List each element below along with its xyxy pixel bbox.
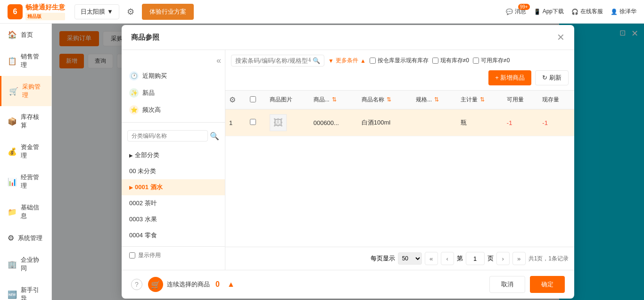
sidebar-item-system[interactable]: ⚙ 系统管理 [0,227,51,249]
message-icon: 💬 [506,8,513,15]
col-code[interactable]: 商品... ⇅ [310,91,358,109]
show-disabled-toggle[interactable]: 显示停用 [122,246,225,264]
next-page-btn[interactable]: › [496,252,510,265]
refresh-btn[interactable]: ↻ 刷新 [535,70,569,85]
category-list: ▶ 全部分类 00 未分类 ▶ 0001 酒水 0002 茶 [122,145,225,246]
purchase-icon: 🛒 [9,87,18,96]
app-download-btn[interactable]: 📱 App下载 [534,8,564,16]
current-stock-checkbox[interactable] [432,58,438,64]
cart-icon[interactable]: 🛒 [148,277,163,292]
sidebar-label-enterprise: 企业协同 [21,256,44,273]
online-service-btn[interactable]: 🎧 在线客服 [571,8,603,16]
collapse-left-btn[interactable]: « [216,56,221,66]
checkbox-available-stock[interactable]: 可用库存≠0 [473,57,510,65]
sidebar-item-finance[interactable]: 💰 资金管理 [0,136,51,167]
product-search-input[interactable] [235,57,311,64]
col-spec[interactable]: 规格... ⇅ [412,91,457,109]
cart-collapse-icon[interactable]: ▲ [227,280,235,289]
cart-area: 🛒 连续选择的商品 0 ▲ [148,277,235,292]
category-0001[interactable]: ▶ 0001 酒水 [122,179,225,195]
sidebar-item-sales[interactable]: 📋 销售管理 [0,46,51,76]
messages-btn[interactable]: 💬 消息 99+ [506,8,526,16]
checkbox-current-stock[interactable]: 现有库存≠0 [432,57,469,65]
user-menu[interactable]: 👤 徐泽华 [611,8,636,16]
modal-footer: ? 🛒 连续选择的商品 0 ▲ 取消 确定 [122,270,574,299]
basic-icon: 📁 [8,208,17,217]
checkbox-warehouse-stock[interactable]: 按仓库显示现有库存 [370,57,429,65]
star-icon: ⭐ [129,105,139,115]
modal-overlay: 商品参照 ✕ « 🕐 近期购买 [52,24,644,300]
modal-body: « 🕐 近期购买 ✨ 新品 ⭐ [122,50,574,270]
name-sort-icon: ⇅ [387,96,391,103]
table-header: ⚙ 商品图片 商品... ⇅ [225,91,574,109]
filter-funnel-icon: ▼ [328,58,334,64]
category-0004[interactable]: 0004 零食 [122,227,225,243]
modal-right-panel: 🔍 ▼ 更多条件 ▲ 按仓库显示现有库存 [225,50,574,270]
show-disabled-checkbox[interactable] [129,252,135,258]
sidebar-label-operation: 经营管理 [21,173,44,190]
sidebar-item-basic[interactable]: 📁 基础信息 [0,197,51,227]
col-checkbox [246,91,266,109]
clock-icon: 🕐 [129,71,139,81]
page-number-input[interactable] [466,252,485,265]
help-btn[interactable]: ? [131,279,142,290]
settings-icon[interactable]: ⚙ [123,4,138,19]
col-name[interactable]: 商品名称 ⇅ [358,91,412,109]
new-icon: ✨ [129,88,139,98]
cell-num: 1 [225,109,246,136]
col-settings: ⚙ [225,91,246,109]
col-stock: 现存量 [538,91,574,109]
modal-close-btn[interactable]: ✕ [557,32,565,43]
sidebar-label-finance: 资金管理 [21,143,44,160]
confirm-btn[interactable]: 确定 [530,276,565,293]
prev-page-btn[interactable]: ‹ [441,252,454,265]
finance-icon: 💰 [8,147,17,156]
category-search-btn[interactable]: 🔍 [210,132,219,141]
sidebar-label-home: 首页 [21,31,33,39]
sidebar-label-system: 系统管理 [18,234,42,242]
cell-check[interactable] [246,109,266,136]
category-all[interactable]: ▶ 全部分类 [122,147,225,163]
experience-btn[interactable]: 体验行业方案 [142,4,194,20]
sidebar-item-enterprise[interactable]: 🏢 企业协同 [0,249,51,279]
product-image: 🖼 [270,114,287,131]
nav-frequent-label: 频次高 [142,106,161,114]
category-00[interactable]: 00 未分类 [122,163,225,179]
first-page-btn[interactable]: « [425,252,438,265]
nav-recent-purchase[interactable]: 🕐 近期购买 [122,67,225,84]
dropdown-label: 日太阳膜 [81,8,105,16]
dropdown-branch[interactable]: 日太阳膜 ▼ [74,4,119,19]
dropdown-arrow-icon: ▼ [107,8,113,15]
more-filter-btn[interactable]: ▼ 更多条件 ▲ [328,57,366,65]
col-available: 可用量 [503,91,539,109]
product-search-box[interactable]: 🔍 [231,55,324,67]
sidebar-item-inventory[interactable]: 📦 库存核算 [0,106,51,136]
row-checkbox[interactable] [250,119,256,125]
messages-badge: 99+ [518,4,530,10]
add-product-btn[interactable]: + 新增商品 [488,70,531,85]
nav-new-products[interactable]: ✨ 新品 [122,84,225,101]
sidebar-item-purchase[interactable]: 🛒 采购管理 [0,76,51,106]
topbar: 6 畅捷通好生意 精品版 日太阳膜 ▼ ⚙ 体验行业方案 💬 消息 99+ 📱 … [0,0,644,24]
nav-frequent[interactable]: ⭐ 频次高 [122,101,225,118]
guide-icon: 🆕 [8,290,17,299]
sidebar-item-guide[interactable]: 🆕 新手引导 [0,279,51,300]
category-search-input[interactable] [127,130,208,142]
cell-img: 🖼 [266,109,310,136]
cancel-btn[interactable]: 取消 [489,276,525,293]
last-page-btn[interactable]: » [512,252,526,265]
column-settings-icon[interactable]: ⚙ [229,96,236,104]
per-page-select[interactable]: 50 20 100 [398,252,422,265]
category-0003[interactable]: 0003 水果 [122,211,225,227]
product-search-icon[interactable]: 🔍 [313,57,320,64]
sidebar-item-operation[interactable]: 📊 经营管理 [0,167,51,197]
sidebar-item-home[interactable]: 🏠 首页 [0,24,51,46]
available-stock-checkbox[interactable] [473,58,479,64]
table-row[interactable]: 1 🖼 [225,109,574,136]
warehouse-stock-checkbox[interactable] [370,58,376,64]
main-layout: 🏠 首页 📋 销售管理 🛒 采购管理 📦 库存核算 💰 资金管理 📊 经营管理 … [0,24,644,300]
modal-left-nav: « 🕐 近期购买 ✨ 新品 ⭐ [122,56,225,123]
select-all-checkbox[interactable] [250,96,256,102]
col-unit[interactable]: 主计量 ⇅ [457,91,503,109]
category-0002[interactable]: 0002 茶叶 [122,195,225,211]
